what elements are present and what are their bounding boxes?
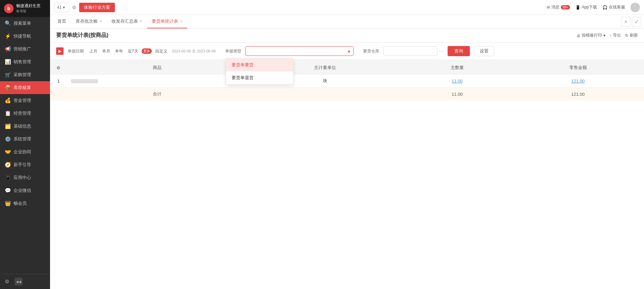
last-month-btn[interactable]: 上月 xyxy=(88,48,99,55)
data-table-wrap: ⚙ 商品 主计量单位 主数量 零售金额 xyxy=(50,61,644,289)
sidebar-item-cooperation[interactable]: 🤝 企业协同 xyxy=(0,146,50,158)
dropdown-option-request-goods[interactable]: 要货单要货 xyxy=(226,59,293,71)
settings-icon[interactable]: ⚙ xyxy=(5,279,9,285)
amount-link[interactable]: 121.00 xyxy=(571,79,585,84)
table-footer-row: 合计 11.00 121.00 xyxy=(50,88,644,101)
footer-quantity: 11.00 xyxy=(402,88,512,101)
print-icon: 🖨 xyxy=(576,33,580,38)
warehouse-more-btn[interactable]: ··· xyxy=(439,48,443,54)
refresh-btn[interactable]: ↻ 刷新 xyxy=(625,32,638,38)
sidebar-item-member[interactable]: 👑 畅会员 xyxy=(0,197,50,210)
sidebar-item-marketing[interactable]: 📢 营销推广 xyxy=(0,43,50,55)
sidebar-collapse-btn[interactable]: ◀◀ xyxy=(15,277,23,286)
warehouse-filter-input[interactable] xyxy=(383,46,437,56)
sidebar-item-app-center[interactable]: 📱 应用中心 xyxy=(0,171,50,184)
topbar-gear-icon[interactable]: ⚙ xyxy=(72,5,76,10)
user-avatar[interactable] xyxy=(630,3,640,12)
type-select-arrow[interactable]: ▲ xyxy=(347,49,351,53)
sidebar-item-label: 畅会员 xyxy=(14,200,27,206)
filter-expand-btn[interactable]: ▶ xyxy=(56,47,64,55)
sidebar-item-label: 销售管理 xyxy=(14,59,31,65)
export-label: 导出 xyxy=(613,32,621,38)
sidebar-item-label: 基础信息 xyxy=(14,123,31,129)
tab-inventory-batch[interactable]: 库存批次账 × xyxy=(71,15,107,28)
col-quantity-label: 主数量 xyxy=(451,65,464,70)
trial-button[interactable]: 体验行业方案 xyxy=(79,3,115,12)
custom-date-btn[interactable]: 自定义 xyxy=(154,48,169,55)
tab-request-summary[interactable]: 要货单统计表 × xyxy=(147,15,187,28)
topbar-right: ✉ 消息 99+ 📱 App下载 🎧 在线客服 xyxy=(547,3,640,12)
collapse-icon: ◀◀ xyxy=(16,280,21,284)
row-quantity: 11.00 xyxy=(402,74,512,88)
sidebar-item-wechat[interactable]: 💬 企业微信 xyxy=(0,184,50,197)
sidebar-item-operations[interactable]: 📋 经营管理 xyxy=(0,107,50,120)
data-table: ⚙ 商品 主计量单位 主数量 零售金额 xyxy=(50,61,644,101)
sidebar-item-label: 快捷导航 xyxy=(14,33,31,39)
sidebar-item-inventory[interactable]: 📦 库存核算 xyxy=(0,81,50,94)
dropdown-option-return-goods[interactable]: 要货单退货 xyxy=(226,71,293,84)
sidebar-item-guide[interactable]: 🧭 新手引导 xyxy=(0,158,50,171)
topbar: 41 ▾ ⚙ 体验行业方案 ✉ 消息 99+ 📱 App下载 🎧 在线客服 xyxy=(50,0,644,15)
footer-empty-2 xyxy=(248,88,403,101)
table-row: 1 块 11.00 121.00 xyxy=(50,74,644,88)
sidebar-item-system[interactable]: ⚙️ 系统管理 xyxy=(0,133,50,146)
type-dropdown-menu: 要货单要货 要货单退货 xyxy=(226,58,293,85)
close-tab-btn[interactable]: × xyxy=(621,17,630,26)
messages-label: 消息 xyxy=(551,4,559,10)
footer-empty-1 xyxy=(50,88,67,101)
tabs-bar: 首页 库存批次账 × 收发存汇总表 × 要货单统计表 × × ⤢ xyxy=(50,15,644,28)
col-amount: 零售金额 xyxy=(512,61,644,74)
tab-receivable-summary-close[interactable]: × xyxy=(140,19,142,24)
type-select-input[interactable] xyxy=(245,46,354,56)
wechat-icon: 💬 xyxy=(5,187,11,194)
row-product xyxy=(67,74,248,88)
online-service-label: 在线客服 xyxy=(609,4,625,10)
tab-request-summary-close[interactable]: × xyxy=(180,19,183,24)
quantity-link[interactable]: 11.00 xyxy=(452,79,463,84)
sidebar-item-sales[interactable]: 📊 销售管理 xyxy=(0,55,50,68)
this-month-btn[interactable]: 本月 xyxy=(101,48,112,55)
sidebar-item-search[interactable]: 🔍 搜索菜单 xyxy=(0,17,50,30)
operations-icon: 📋 xyxy=(5,110,11,116)
col-gear: ⚙ xyxy=(50,61,67,74)
sidebar-item-label: 应用中心 xyxy=(14,175,31,181)
more-date-badge[interactable]: 更多 xyxy=(142,48,152,54)
sidebar-item-label: 经营管理 xyxy=(14,110,31,116)
print-dropdown-icon: ▾ xyxy=(603,33,605,38)
footer-amount: 121.00 xyxy=(512,88,644,101)
app-download-label: App下载 xyxy=(582,4,597,10)
sidebar-item-label: 搜索菜单 xyxy=(14,20,31,26)
table-header-row: ⚙ 商品 主计量单位 主数量 零售金额 xyxy=(50,61,644,74)
sidebar-item-finance[interactable]: 💰 资金管理 xyxy=(0,94,50,107)
store-dropdown[interactable]: 41 ▾ xyxy=(54,3,69,12)
expand-tab-btn[interactable]: ⤢ xyxy=(632,17,641,26)
basics-icon: 🗂️ xyxy=(5,123,11,129)
col-product-label: 商品 xyxy=(153,65,162,70)
sidebar-item-basics[interactable]: 🗂️ 基础信息 xyxy=(0,120,50,133)
export-btn[interactable]: ↑ 导出 xyxy=(610,32,621,38)
online-service-btn[interactable]: 🎧 在线客服 xyxy=(602,4,625,10)
sidebar-item-quick-nav[interactable]: ⚡ 快捷导航 xyxy=(0,30,50,43)
tab-receivable-summary[interactable]: 收发存汇总表 × xyxy=(107,15,147,28)
system-icon: ⚙️ xyxy=(5,136,11,142)
print-btn[interactable]: 🖨 按模板打印 ▾ xyxy=(576,32,605,38)
last-7days-btn[interactable]: 近7天 xyxy=(126,48,140,55)
chevron-down-icon: ▾ xyxy=(63,5,65,10)
filter-settings-button[interactable]: 设置 xyxy=(474,46,494,56)
sidebar-item-label: 企业协同 xyxy=(14,149,31,155)
app-download-btn[interactable]: 📱 App下载 xyxy=(575,4,597,10)
tab-inventory-batch-close[interactable]: × xyxy=(100,19,102,24)
sidebar-item-label: 新手引导 xyxy=(14,162,31,168)
messages-btn[interactable]: ✉ 消息 99+ xyxy=(547,4,570,10)
main-content: 41 ▾ ⚙ 体验行业方案 ✉ 消息 99+ 📱 App下载 🎧 在线客服 xyxy=(50,0,644,289)
tab-home[interactable]: 首页 xyxy=(53,15,71,28)
quick-nav-icon: ⚡ xyxy=(5,33,11,39)
member-icon: 👑 xyxy=(5,200,11,206)
page-title: 要货单统计表(按商品) xyxy=(56,32,109,39)
gear-icon[interactable]: ⚙ xyxy=(56,65,61,70)
query-button[interactable]: 查询 xyxy=(448,46,470,56)
this-year-btn[interactable]: 本年 xyxy=(114,48,124,55)
refresh-icon: ↻ xyxy=(625,33,628,38)
col-product: 商品 xyxy=(67,61,248,74)
sidebar-item-purchase[interactable]: 🛒 采购管理 xyxy=(0,68,50,81)
